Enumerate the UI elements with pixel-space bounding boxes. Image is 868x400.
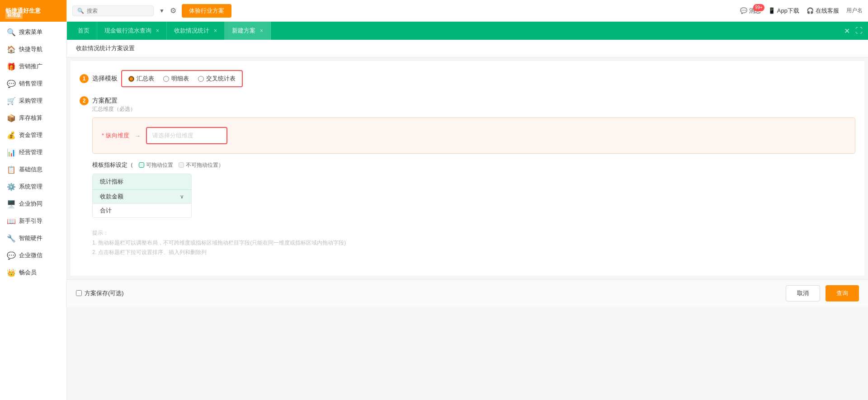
sidebar-item-cooperation[interactable]: 🖥️ 企业协同 [0,195,66,212]
box-icon: 📦 [7,114,15,122]
tool-icon: 🔧 [7,234,15,242]
sidebar-item-search[interactable]: 🔍 搜索菜单 [0,24,66,41]
step2-title: 方案配置 [92,97,118,105]
trial-btn[interactable]: 体验行业方案 [182,4,231,18]
sidebar-label-smart-hw: 智能硬件 [19,234,42,242]
maximize-btn[interactable]: ⛶ [854,25,864,37]
template-options: 汇总表 明细表 交叉统计表 [121,70,243,87]
sidebar-label-purchase: 采购管理 [19,97,42,105]
cart-icon: 🛒 [7,97,15,105]
money-icon: 💰 [7,131,15,139]
search-input[interactable] [87,8,141,14]
radio-detail[interactable] [163,76,169,82]
message-action[interactable]: 💬 消息 99+ [740,7,761,15]
arrow-icon: → [135,132,141,139]
dimension-placeholder: 请选择分组维度 [152,132,193,139]
step1-title: 选择模板 [92,75,118,83]
vertical-label: * 纵向维度 [102,132,129,140]
option-summary[interactable]: 汇总表 [128,75,154,83]
dimension-section-title: 汇总维度（必选） [92,105,855,113]
sidebar-label-cooperation: 企业协同 [19,200,42,208]
not-draggable-dot [179,162,184,168]
sidebar-item-member[interactable]: 👑 畅会员 [0,264,66,281]
radio-cross[interactable] [198,76,204,82]
sidebar-item-basic-info[interactable]: 📋 基础信息 [0,161,66,178]
service-action[interactable]: 🎧 在线客服 [807,7,839,15]
close-window-btn[interactable]: ✕ [842,25,852,37]
step2-number: 2 [80,96,89,105]
book-icon: 📖 [7,217,15,225]
option-cross[interactable]: 交叉统计表 [198,75,236,83]
sidebar-item-wechat[interactable]: 💬 企业微信 [0,247,66,264]
option-cross-label: 交叉统计表 [206,75,236,83]
step2-section: 2 方案配置 汇总维度（必选） * 纵向维度 → 请选择分组维度 [80,96,855,258]
sidebar: 畅捷通好生意 标准版 🔍 搜索菜单 🏠 快捷导航 🎁 营销推广 💬 销售管理 🛒… [0,0,67,400]
user-info[interactable]: 用户名 [846,7,863,14]
save-checkbox[interactable] [76,290,82,296]
tab-bank-flow-label: 现金银行流水查询 [104,27,151,35]
save-option-label: 方案保存(可选) [85,289,124,297]
topbar: 🔍 ▼ ⚙ 体验行业方案 💬 消息 99+ 📱 App下载 🎧 在线客服 用户名 [67,0,868,22]
dimension-area: * 纵向维度 → 请选择分组维度 [92,118,855,154]
legend-not-draggable-label: 不可拖动位置） [186,161,224,169]
search-box[interactable]: 🔍 [72,5,154,16]
sidebar-item-operations[interactable]: 📊 经营管理 [0,144,66,161]
page-footer: 方案保存(可选) 取消 查询 [67,279,868,307]
tab-bank-flow-close[interactable]: × [156,28,159,34]
sidebar-item-smart-hw[interactable]: 🔧 智能硬件 [0,230,66,247]
sidebar-label-marketing: 营销推广 [19,62,42,71]
page-header: 收款情况统计方案设置 [67,40,868,57]
indicator-subtotal: 合计 [93,203,191,217]
tab-new-plan[interactable]: 新建方案 × [225,22,271,40]
option-detail[interactable]: 明细表 [163,75,189,83]
message-badge: 99+ [753,4,764,11]
message-icon: 💬 [740,7,747,14]
sales-icon: 💬 [7,80,15,88]
legend-draggable: 可拖动位置 [139,161,173,169]
sidebar-label-inventory: 库存核算 [19,114,42,122]
radio-summary[interactable] [128,76,134,82]
save-option[interactable]: 方案保存(可选) [76,289,124,297]
tab-home[interactable]: 首页 [71,22,97,40]
gift-icon: 🎁 [7,62,15,71]
search-dropdown-icon[interactable]: ▼ [159,8,165,14]
tab-new-plan-close[interactable]: × [260,28,263,34]
download-action[interactable]: 📱 App下载 [768,7,799,15]
sidebar-label-operations: 经营管理 [19,148,42,156]
step2-content: 汇总维度（必选） * 纵向维度 → 请选择分组维度 [80,105,855,258]
indicator-table-header: 统计指标 [93,174,191,189]
query-button[interactable]: 查询 [826,285,859,301]
indicator-label-row: 模板指标设定（ 可拖动位置 不可拖动位置） [92,161,855,169]
sidebar-item-guide[interactable]: 📖 新手引导 [0,212,66,230]
sidebar-item-finance[interactable]: 💰 资金管理 [0,127,66,144]
tab-collection-stats-close[interactable]: × [214,28,217,34]
dimension-select[interactable]: 请选择分组维度 [146,127,227,144]
sidebar-item-marketing[interactable]: 🎁 营销推广 [0,58,66,75]
indicator-dropdown-icon[interactable]: ∨ [180,193,184,200]
tab-bank-flow[interactable]: 现金银行流水查询 × [97,22,167,40]
tip-line-2: 2. 点击标题栏下拉可设置排序、插入列和删除列 [92,248,855,258]
username: 用户名 [846,7,863,14]
sidebar-item-sales[interactable]: 💬 销售管理 [0,75,66,92]
topbar-actions: 💬 消息 99+ 📱 App下载 🎧 在线客服 用户名 [740,7,863,15]
headset-icon: 🎧 [807,7,814,14]
home-icon: 🏠 [7,45,15,53]
settings-icon[interactable]: ⚙ [170,6,176,15]
wechat-icon: 💬 [7,251,15,259]
tab-new-plan-label: 新建方案 [232,27,255,35]
dimension-row: * 纵向维度 → 请选择分组维度 [102,127,846,144]
sidebar-item-quick-nav[interactable]: 🏠 快捷导航 [0,41,66,58]
version-badge: 标准版 [5,12,23,19]
sidebar-nav: 🔍 搜索菜单 🏠 快捷导航 🎁 营销推广 💬 销售管理 🛒 采购管理 📦 库存核… [0,22,66,400]
tips-title-text: 提示： [92,230,108,236]
indicator-row-amount[interactable]: 收款金额 ∨ [93,189,191,203]
tab-collection-stats[interactable]: 收款情况统计 × [167,22,225,40]
dimension-title-text: 汇总维度（必选） [92,106,136,112]
sidebar-item-system[interactable]: ⚙️ 系统管理 [0,178,66,195]
crown-icon: 👑 [7,268,15,277]
sidebar-item-inventory[interactable]: 📦 库存核算 [0,109,66,127]
footer-buttons: 取消 查询 [786,285,859,301]
cancel-button[interactable]: 取消 [786,285,820,301]
sidebar-item-purchase[interactable]: 🛒 采购管理 [0,92,66,109]
option-summary-label: 汇总表 [137,75,154,83]
